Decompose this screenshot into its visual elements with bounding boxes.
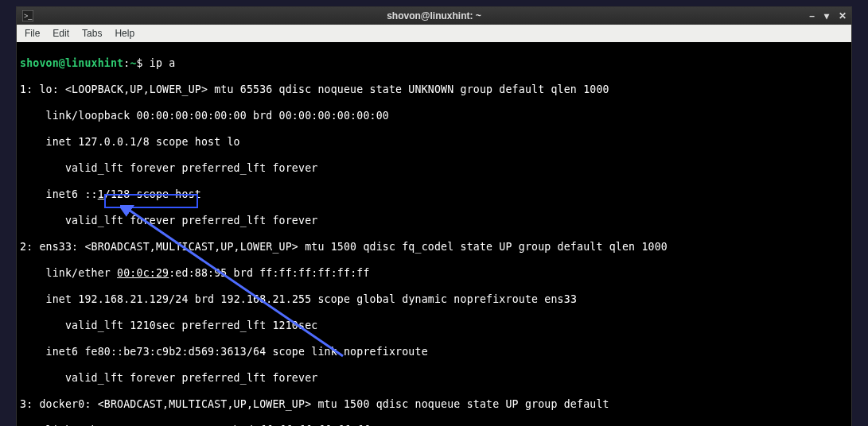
command-text: ip a [150, 57, 176, 69]
output-line: 1: lo: <LOOPBACK,UP,LOWER_UP> mtu 65536 … [20, 83, 848, 97]
output-line: inet6 ::1/128 scope host [20, 188, 848, 202]
terminal-area[interactable]: shovon@linuxhint:~$ ip a 1: lo: <LOOPBAC… [17, 42, 851, 426]
menu-tabs[interactable]: Tabs [82, 28, 102, 39]
minimize-button[interactable]: – [808, 10, 816, 21]
output-line: link/loopback 00:00:00:00:00:00 brd 00:0… [20, 110, 848, 123]
close-button[interactable]: ✕ [837, 10, 848, 21]
output-line: inet 192.168.21.129/24 brd 192.168.21.25… [20, 293, 848, 307]
output-line: valid_lft forever preferred_lft forever [20, 215, 848, 228]
svg-text:>_: >_ [24, 12, 33, 20]
terminal-icon: >_ [21, 10, 34, 22]
output-line: inet6 fe80::be73:c9b2:d569:3613/64 scope… [20, 346, 848, 359]
window-title: shovon@linuxhint: ~ [17, 10, 851, 21]
maximize-button[interactable]: ▾ [823, 10, 831, 21]
output-line: valid_lft 1210sec preferred_lft 1210sec [20, 320, 848, 333]
menu-edit[interactable]: Edit [53, 28, 69, 39]
prompt-line: shovon@linuxhint:~$ ip a [20, 57, 848, 71]
output-line: link/ether 00:0c:29:ed:88:95 brd ff:ff:f… [20, 267, 848, 281]
prompt-userhost: shovon@linuxhint [20, 57, 123, 69]
annotation-arrow-icon [120, 205, 351, 364]
prompt-path: ~ [130, 57, 136, 69]
output-line: 2: ens33: <BROADCAST,MULTICAST,UP,LOWER_… [20, 241, 848, 254]
prompt-sep2: $ [137, 57, 143, 69]
svg-line-2 [127, 208, 343, 356]
menu-help[interactable]: Help [115, 28, 134, 39]
menu-file[interactable]: File [25, 28, 40, 39]
terminal-window: >_ shovon@linuxhint: ~ – ▾ ✕ File Edit T… [16, 6, 852, 426]
output-line: valid_lft forever preferred_lft forever [20, 162, 848, 176]
titlebar[interactable]: >_ shovon@linuxhint: ~ – ▾ ✕ [17, 7, 851, 25]
output-line: 3: docker0: <BROADCAST,MULTICAST,UP,LOWE… [20, 398, 848, 412]
output-line: inet 127.0.0.1/8 scope host lo [20, 136, 848, 149]
menubar: File Edit Tabs Help [17, 25, 851, 42]
output-line: valid_lft forever preferred_lft forever [20, 372, 848, 385]
highlighted-ip: 192.168.21.129 [78, 293, 169, 305]
window-buttons: – ▾ ✕ [808, 7, 848, 25]
